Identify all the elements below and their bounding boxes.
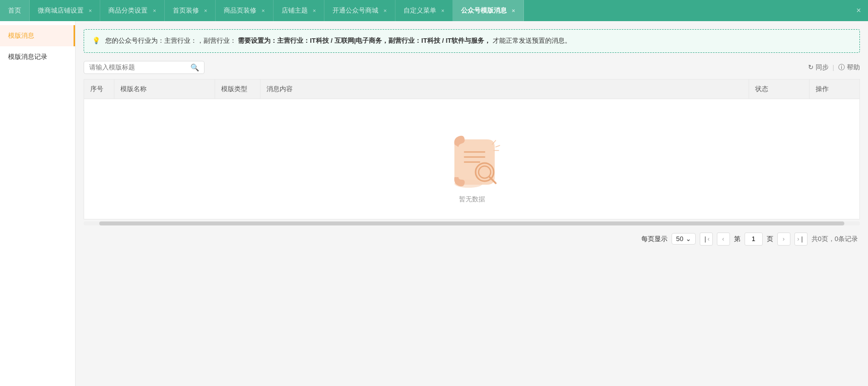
notice-icon: 💡	[92, 37, 100, 44]
table-header-row: 序号 模版名称 模版类型 消息内容 状态 操作	[84, 79, 860, 99]
sidebar-item-template-message[interactable]: 模版消息	[0, 25, 75, 46]
close-all-tabs-button[interactable]: ×	[849, 0, 868, 21]
data-table: 序号 模版名称 模版类型 消息内容 状态 操作	[84, 79, 860, 219]
page-prev-button[interactable]: ‹	[717, 233, 730, 246]
tab-home-decor-close[interactable]: ×	[204, 8, 207, 14]
table-body: 暂无数据	[84, 99, 860, 219]
pagination-bar: 每页显示 50 ⌄ ❙‹ ‹ 第 页 › ›❙ 共0页，0条记录	[84, 227, 860, 248]
page-last-button[interactable]: ›❙	[794, 233, 808, 246]
col-type: 模版类型	[215, 79, 260, 99]
empty-state-illustration	[439, 129, 505, 195]
tab-product-decor[interactable]: 商品页装修 ×	[216, 0, 273, 21]
horizontal-scrollbar[interactable]	[84, 221, 860, 225]
page-word: 第	[734, 235, 741, 244]
toolbar: 🔍 ↻ 同步 | ⓘ 帮助	[84, 61, 860, 74]
tab-product-decor-label: 商品页装修	[224, 6, 256, 15]
page-size-select[interactable]: 50 ⌄	[672, 233, 695, 245]
col-action: 操作	[810, 79, 860, 99]
empty-state: 暂无数据	[84, 99, 859, 219]
sync-icon: ↻	[808, 63, 814, 71]
tab-template-msg-label: 公众号模版消息	[461, 6, 507, 15]
tab-store-theme[interactable]: 店铺主题 ×	[274, 0, 324, 21]
notice-highlight: 需要设置为：主营行业：IT科技 / 互联网|电子商务，副营行业：IT科技 / I…	[238, 37, 491, 44]
sidebar-item-template-message-label: 模版消息	[8, 32, 34, 39]
page-word2: 页	[767, 235, 773, 244]
content-area: 💡 您的公众号行业为：主营行业：，副营行业： 需要设置为：主营行业：IT科技 /…	[76, 21, 868, 386]
help-button[interactable]: ⓘ 帮助	[838, 63, 860, 72]
tab-home-decor[interactable]: 首页装修 ×	[165, 0, 216, 21]
help-circle-icon: ⓘ	[838, 63, 845, 72]
tab-open-mall[interactable]: 开通公众号商城 ×	[324, 0, 395, 21]
page-next-button[interactable]: ›	[777, 233, 790, 246]
tab-template-msg-close[interactable]: ×	[512, 8, 515, 14]
page-size-chevron-icon: ⌄	[686, 235, 691, 243]
sidebar-item-template-message-log-label: 模版消息记录	[8, 53, 47, 60]
table-header: 序号 模版名称 模版类型 消息内容 状态 操作	[84, 79, 860, 99]
tab-store-theme-close[interactable]: ×	[313, 8, 316, 14]
page-number-input[interactable]	[745, 233, 763, 246]
page-size-value: 50	[676, 235, 683, 243]
tab-open-mall-close[interactable]: ×	[383, 8, 386, 14]
sync-button[interactable]: ↻ 同步	[808, 63, 829, 72]
search-input[interactable]	[89, 63, 190, 71]
toolbar-right: ↻ 同步 | ⓘ 帮助	[808, 63, 860, 72]
tab-custom-menu-label: 自定义菜单	[404, 6, 436, 15]
search-box: 🔍	[84, 61, 205, 74]
tab-product-decor-close[interactable]: ×	[261, 8, 264, 14]
tab-home-decor-label: 首页装修	[173, 6, 199, 15]
search-icon[interactable]: 🔍	[190, 63, 199, 71]
svg-line-8	[496, 145, 500, 147]
tab-category-setting-label: 商品分类设置	[108, 6, 148, 15]
tab-template-msg[interactable]: 公众号模版消息 ×	[453, 0, 523, 21]
notice-prefix: 您的公众号行业为：主营行业：，副营行业：	[105, 37, 236, 44]
tab-home-label: 首页	[8, 6, 21, 15]
help-label: 帮助	[847, 63, 860, 72]
page-first-button[interactable]: ❙‹	[700, 233, 713, 246]
page-total: 共0页，0条记录	[812, 235, 858, 244]
top-tabbar: 首页 微商城店铺设置 × 商品分类设置 × 首页装修 × 商品页装修 × 店铺主…	[0, 0, 868, 21]
sidebar: 模版消息 模版消息记录	[0, 21, 76, 386]
empty-state-row: 暂无数据	[84, 99, 860, 219]
scrollbar-thumb[interactable]	[99, 221, 844, 225]
tab-store-setting[interactable]: 微商城店铺设置 ×	[30, 0, 100, 21]
tab-custom-menu-close[interactable]: ×	[441, 8, 444, 14]
empty-text: 暂无数据	[459, 195, 485, 204]
col-seq: 序号	[84, 79, 114, 99]
tab-store-setting-close[interactable]: ×	[89, 8, 92, 14]
page-size-label: 每页显示	[641, 235, 667, 244]
notice-suffix: 才能正常发送预置的消息。	[493, 37, 571, 44]
sidebar-item-template-message-log[interactable]: 模版消息记录	[0, 46, 75, 67]
main-layout: 模版消息 模版消息记录 💡 您的公众号行业为：主营行业：，副营行业： 需要设置为…	[0, 21, 868, 386]
col-content: 消息内容	[260, 79, 749, 99]
col-name: 模版名称	[114, 79, 215, 99]
tab-open-mall-label: 开通公众号商城	[332, 6, 378, 15]
tab-category-setting-close[interactable]: ×	[153, 8, 156, 14]
tab-custom-menu[interactable]: 自定义菜单 ×	[395, 0, 453, 21]
col-status: 状态	[749, 79, 810, 99]
tab-home[interactable]: 首页	[0, 0, 30, 21]
tab-store-theme-label: 店铺主题	[282, 6, 308, 15]
notice-box: 💡 您的公众号行业为：主营行业：，副营行业： 需要设置为：主营行业：IT科技 /…	[84, 29, 860, 53]
toolbar-divider: |	[833, 63, 834, 71]
sync-label: 同步	[816, 63, 829, 72]
tab-store-setting-label: 微商城店铺设置	[38, 6, 84, 15]
tab-category-setting[interactable]: 商品分类设置 ×	[100, 0, 164, 21]
